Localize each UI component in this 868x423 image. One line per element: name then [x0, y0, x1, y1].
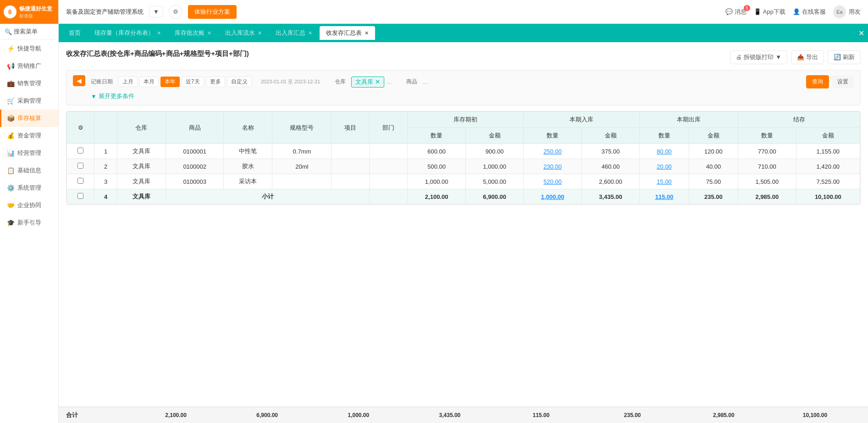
row-check[interactable] [67, 174, 94, 189]
sidebar-item-sales[interactable]: 💼 销售管理 [0, 75, 58, 92]
sidebar-item-label: 快捷导航 [17, 44, 41, 53]
basic-icon: 📋 [7, 167, 15, 174]
sidebar-item-quick[interactable]: ⚡ 快捷导航 [0, 40, 58, 57]
sidebar: 6 畅捷通好生意 标准版 🔍 搜索菜单 ⚡ 快捷导航📢 营销推广💼 销售管理🛒 … [0, 0, 59, 423]
row-seq: 1 [94, 144, 117, 159]
sidebar-item-label: 经营管理 [17, 149, 41, 157]
tab-bar: 首页现存量（库存分布表）✕库存批次账✕出入库流水✕出入库汇总✕收发存汇总表✕ ✕ [59, 24, 868, 42]
th-dept: 部门 [370, 112, 408, 144]
tab-stock_dist[interactable]: 现存量（库存分布表）✕ [88, 26, 167, 40]
sidebar-item-purchase[interactable]: 🛒 采购管理 [0, 92, 58, 110]
th-opening-group: 库存期初 [408, 112, 524, 128]
subtotal-in-qty[interactable]: 1,000.00 [524, 189, 582, 204]
tab-close-inout_flow[interactable]: ✕ [258, 30, 262, 36]
subtotal-out-qty[interactable]: 115.00 [640, 189, 689, 204]
product-filter-label: 商品 [406, 78, 417, 86]
system-dropdown[interactable]: ▼ [149, 6, 163, 17]
warehouse-tag[interactable]: 文具库 ✕ [351, 77, 384, 88]
table-row: 1 文具库 0100001 中性笔 0.7mm 600.00 900.00 25… [67, 144, 860, 159]
date-7days[interactable]: 近7天 [182, 77, 204, 87]
footer-open-amt: 6,900.00 [221, 412, 313, 418]
message-button[interactable]: 💬 消息 6 [725, 8, 746, 16]
row-in-qty[interactable]: 520.00 [524, 174, 582, 189]
footer-total-label: 合计 [66, 411, 121, 419]
row-in-qty[interactable]: 250.00 [524, 144, 582, 159]
th-out-group: 本期出库 [640, 112, 738, 128]
table-settings-button[interactable]: 设置 [832, 75, 854, 88]
try-industry-button[interactable]: 体验行业方案 [188, 5, 237, 19]
tab-label-inout_summary: 出入库汇总 [276, 29, 305, 37]
filter-collapse-button[interactable]: ◀ [73, 75, 85, 86]
date-shortcuts: 上月 本月 本年 近7天 更多 自定义 [118, 77, 252, 87]
print-icon: 🖨 [736, 54, 742, 60]
online-service-button[interactable]: 👤 在线客服 [793, 8, 826, 16]
query-button[interactable]: 查询 [806, 75, 829, 88]
warehouse-more[interactable]: ... [387, 79, 392, 85]
sidebar-item-system[interactable]: ⚙️ 系统管理 [0, 179, 58, 197]
row-check[interactable] [67, 144, 94, 159]
date-custom[interactable]: 自定义 [227, 77, 252, 87]
subtotal-out-amt: 235.00 [689, 189, 738, 204]
tab-list: 首页现存量（库存分布表）✕库存批次账✕出入库流水✕出入库汇总✕收发存汇总表✕ [62, 26, 375, 40]
sales-icon: 💼 [7, 80, 15, 87]
refresh-button[interactable]: 🔄 刷新 [828, 50, 861, 64]
th-settings[interactable]: ⚙ [67, 112, 94, 144]
date-range: 2023-01-01 至 2023-12-31 [261, 78, 321, 85]
th-in-qty: 数量 [524, 128, 582, 144]
footer-in-amt: 3,435.00 [404, 412, 495, 418]
date-this-month[interactable]: 本月 [139, 77, 159, 87]
sidebar-search[interactable]: 🔍 搜索菜单 [0, 24, 58, 40]
sidebar-item-finance[interactable]: 💰 资金管理 [0, 127, 58, 144]
footer-close-amt: 10,100.00 [769, 412, 861, 418]
tab-close-stock_dist[interactable]: ✕ [157, 30, 161, 36]
sidebar-logo: 6 [4, 5, 17, 18]
row-out-qty[interactable]: 20.00 [640, 159, 689, 174]
message-icon: 💬 [725, 8, 733, 15]
expand-conditions-button[interactable]: ▼ 展开更多条件 [91, 92, 854, 100]
row-open-amt: 5,000.00 [465, 174, 524, 189]
sidebar-item-basic[interactable]: 📋 基础信息 [0, 162, 58, 179]
settings-button[interactable]: ⚙ [169, 5, 182, 19]
tab-close-batch[interactable]: ✕ [207, 30, 211, 36]
tab-bar-close-button[interactable]: ✕ [858, 29, 864, 38]
footer-in-qty: 1,000.00 [313, 412, 404, 418]
row-in-qty[interactable]: 230.00 [524, 159, 582, 174]
row-spec: 20ml [272, 159, 332, 174]
top-header: 装备及固定资产辅助管理系统 ▼ ⚙ 体验行业方案 💬 消息 6 📱 App下载 … [59, 0, 868, 24]
tab-home[interactable]: 首页 [62, 26, 87, 40]
tab-close-inout_summary[interactable]: ✕ [308, 30, 312, 36]
date-this-year[interactable]: 本年 [160, 77, 180, 87]
sidebar-item-marketing[interactable]: 📢 营销推广 [0, 57, 58, 75]
print-button[interactable]: 🖨 拆锁版打印 ▼ [730, 50, 787, 64]
subtotal-check[interactable] [67, 189, 94, 204]
tab-close-recv_send[interactable]: ✕ [365, 30, 369, 36]
footer-totals: 2,100.00 6,900.00 1,000.00 3,435.00 115.… [130, 412, 861, 418]
footer-out-amt: 235.00 [587, 412, 678, 418]
sidebar-item-operations[interactable]: 📊 经营管理 [0, 144, 58, 162]
warehouse-filter-group: 文具库 ✕ ... [351, 77, 392, 88]
row-in-amt: 2,600.00 [581, 174, 640, 189]
system-icon: ⚙️ [7, 184, 15, 192]
row-warehouse: 文具库 [117, 159, 166, 174]
tab-inout_summary[interactable]: 出入库汇总✕ [269, 26, 319, 40]
warehouse-tag-close[interactable]: ✕ [375, 78, 380, 85]
date-last-month[interactable]: 上月 [118, 77, 138, 87]
export-button[interactable]: 📤 导出 [791, 50, 824, 64]
th-close-amt: 金额 [796, 128, 860, 144]
row-check[interactable] [67, 159, 94, 174]
row-out-qty[interactable]: 80.00 [640, 144, 689, 159]
user-area[interactable]: Ea 用友 [833, 5, 861, 18]
tab-inout_flow[interactable]: 出入库流水✕ [219, 26, 268, 40]
tab-batch[interactable]: 库存批次账✕ [168, 26, 218, 40]
message-badge: 6 [744, 5, 750, 11]
service-icon: 👤 [793, 8, 800, 15]
date-more[interactable]: 更多 [206, 77, 225, 87]
app-download-button[interactable]: 📱 App下载 [754, 8, 785, 16]
product-more[interactable]: ... [423, 79, 427, 85]
row-out-qty[interactable]: 15.00 [640, 174, 689, 189]
sidebar-item-collab[interactable]: 🤝 企业协同 [0, 197, 58, 214]
sidebar-item-inventory[interactable]: 📦 库存核算 [0, 110, 58, 127]
tab-recv_send[interactable]: 收发存汇总表✕ [320, 26, 375, 40]
sidebar-item-guide[interactable]: 🎓 新手引导 [0, 214, 58, 231]
row-spec [272, 174, 332, 189]
